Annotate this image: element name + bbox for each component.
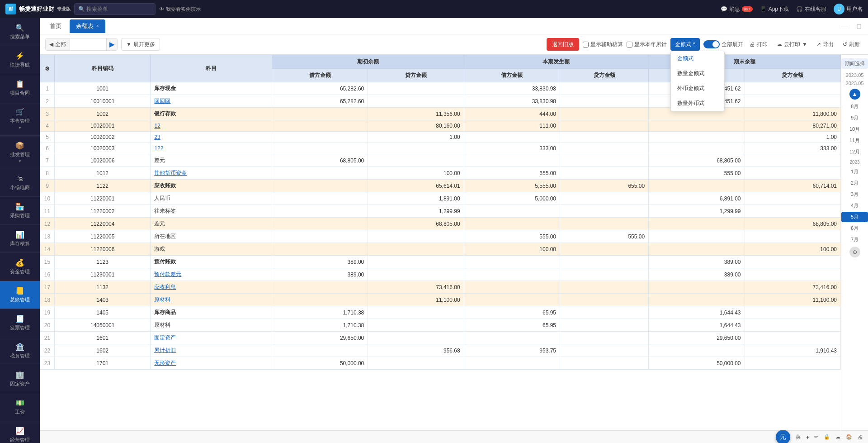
search-prefix[interactable]: ◀ 全部 [46,38,70,50]
cloud-print-btn[interactable]: ☁ 云打印 ▼ [774,39,810,50]
back-to-old-btn[interactable]: 退回旧版 [547,38,579,51]
period-item-10[interactable]: 10月 [841,124,868,134]
sidebar-item-inventory[interactable]: 📊 库存核算 [0,225,40,253]
home-btn[interactable]: 🏠 [846,434,852,440]
debit-period [464,357,560,370]
style-option-amount[interactable]: 金额式 [671,51,724,66]
account-name[interactable]: 回回回 [151,95,272,108]
tab-close-icon[interactable]: × [96,24,99,29]
message-btn[interactable]: 💬 消息 99+ [721,5,752,13]
period-item-5[interactable]: 5月 [841,212,868,222]
sidebar-item-quicknav[interactable]: ⚡ 快捷导航 [0,46,40,74]
account-name[interactable]: 122 [151,143,272,154]
sidebar-item-wholesale[interactable]: 📦 批发管理 ▼ [0,136,40,169]
period-item-4[interactable]: 4月 [841,200,868,211]
period-nav-down[interactable]: ⊙ [849,247,860,257]
show-yearly-label[interactable]: 显示本年累计 [627,41,667,48]
online-service-btn[interactable]: 🎧 在线客服 [796,5,826,13]
window-min-btn[interactable]: — [839,21,850,32]
account-name[interactable]: 无形资产 [151,357,272,370]
period-nav-up[interactable]: ▲ [849,89,860,100]
sidebar-item-fixedasset[interactable]: 🏢 固定资产 [0,365,40,393]
credit-close: 1,910.43 [745,344,840,357]
th-settings[interactable]: ⚙ [40,55,55,82]
cloud-btn[interactable]: ☁ [835,434,840,440]
tax-icon: 🏦 [15,343,24,351]
period-item-7[interactable]: 7月 [841,234,868,245]
show-auxiliary-label[interactable]: 显示辅助核算 [583,41,623,48]
account-name: 银行存款 [151,108,272,120]
edit-btn[interactable]: ✏ [814,434,818,440]
account-name[interactable]: 固定资产 [151,332,272,344]
sidebar-ledger-label: 总账管理 [10,296,30,303]
sidebar-item-operation[interactable]: 📈 经营管理 [0,421,40,443]
style-option-qty-foreign[interactable]: 数量外币式 [671,96,724,111]
export-btn[interactable]: ↗ 导出 [814,39,836,50]
sidebar-item-ledger[interactable]: 📒 总账管理 [0,281,40,309]
window-max-btn[interactable]: □ [854,21,864,32]
show-auxiliary-checkbox[interactable] [583,42,589,48]
user-profile-btn[interactable]: U 用户名 [834,4,863,14]
app-download-btn[interactable]: 📱 App下载 [760,5,789,13]
period-item-2[interactable]: 2月 [841,178,868,188]
style-option-qty-amount[interactable]: 数量金额式 [671,66,724,81]
demo-link[interactable]: 👁 我要看实例演示 [159,6,201,13]
account-name[interactable]: 预付款差元 [151,268,272,281]
print-status-btn[interactable]: 🖨 [858,434,863,440]
lock-btn[interactable]: 🔒 [824,434,830,440]
account-name[interactable]: 12 [151,120,272,132]
username-label: 用户名 [846,5,863,13]
account-name[interactable]: 原材料 [151,294,272,306]
period-item-3[interactable]: 3月 [841,189,868,200]
th-credit-open: 贷方金额 [368,69,464,82]
lang-btn[interactable]: 英 [796,433,801,440]
period-item-1[interactable]: 1月 [841,167,868,177]
sidebar-item-retail[interactable]: 🛒 零售管理 ▼ [0,102,40,136]
tab-balance[interactable]: 余额表 × [70,19,105,33]
diamond-btn[interactable]: ♦ [806,434,809,440]
table-row: 22 1602 累计折旧 956.68 953.75 1,910.43 [40,344,841,357]
refresh-btn[interactable]: ↺ 刷新 [840,39,863,50]
th-period: 本期发生额 [464,55,648,69]
debit-open [272,294,368,306]
account-search-input[interactable] [70,38,106,50]
show-yearly-checkbox[interactable] [627,42,632,48]
expand-all-switch[interactable] [703,40,720,48]
sidebar-item-ecommerce[interactable]: 🛍 小畅电商 [0,169,40,197]
print-btn[interactable]: 🖨 打印 [747,39,770,50]
sidebar-item-invoice[interactable]: 🧾 发票管理 [0,309,40,337]
sidebar-item-search[interactable]: 🔍 搜索菜单 [0,18,40,46]
message-icon: 💬 [721,6,727,12]
expand-more-btn[interactable]: ▼ 展开更多 [121,38,160,51]
sidebar-item-purchase[interactable]: 🏪 采购管理 [0,197,40,225]
account-name[interactable]: 应收利息 [151,281,272,294]
tab-home[interactable]: 首页 [43,19,68,33]
float-action-btn[interactable]: 元 [776,430,790,443]
period-item-6[interactable]: 6月 [841,223,868,233]
account-name[interactable]: 累计折旧 [151,344,272,357]
account-name: 往来标签 [151,205,272,218]
sidebar-item-finance[interactable]: 💰 资金管理 [0,253,40,281]
row-num: 16 [40,268,55,281]
debit-close: 6,891.00 [649,192,745,205]
style-dropdown-btn[interactable]: 金额式 ^ [670,38,700,51]
account-name: 游戏 [151,243,272,256]
account-name[interactable]: 其他货币资金 [151,167,272,180]
sidebar-item-salary[interactable]: 💵 工资 [0,393,40,421]
top-search-bar[interactable]: 🔍 搜索菜单 [74,3,156,15]
row-num: 5 [40,132,55,143]
credit-close [745,306,840,319]
period-item-12[interactable]: 12月 [841,147,868,157]
credit-period [560,243,649,256]
period-item-9[interactable]: 9月 [841,113,868,123]
style-label: 金额式 ^ [675,41,695,48]
account-code: 1701 [55,357,151,370]
sidebar-salary-label: 工资 [15,409,25,415]
sidebar-item-tax[interactable]: 🏦 税务管理 [0,337,40,365]
style-option-foreign-amount[interactable]: 外币金额式 [671,81,724,96]
period-item-8[interactable]: 8月 [841,101,868,112]
period-item-11[interactable]: 11月 [841,135,868,146]
account-name[interactable]: 23 [151,132,272,143]
search-arrow-btn[interactable]: ▶ [106,38,117,50]
sidebar-item-project[interactable]: 📋 项目合同 [0,74,40,102]
